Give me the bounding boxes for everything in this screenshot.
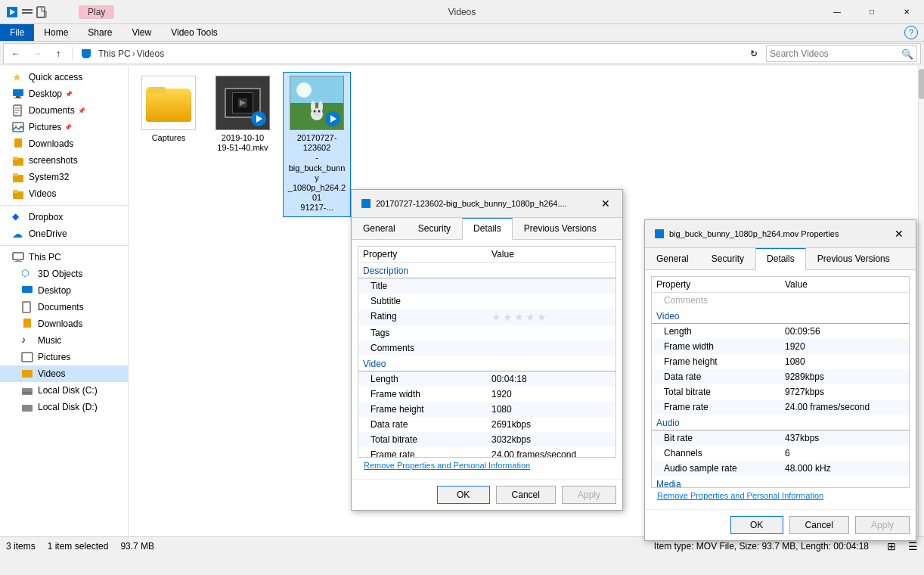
sidebar-item-documents-quick[interactable]: Documents 📌: [0, 102, 128, 119]
dialog1-tab-previous-versions[interactable]: Previous Versions: [513, 218, 608, 239]
sidebar-item-onedrive[interactable]: ☁ OneDrive: [0, 225, 128, 242]
svg-point-39: [313, 109, 321, 117]
dialog2-tab-security[interactable]: Security: [700, 248, 755, 269]
svg-point-41: [318, 110, 321, 113]
play-icon-mov: [325, 111, 340, 126]
svg-rect-18: [13, 157, 18, 160]
svg-rect-9: [14, 98, 22, 98]
dialog2-cancel-button[interactable]: Cancel: [789, 516, 849, 534]
app-icon: [6, 6, 18, 18]
dialog1-tab-general[interactable]: General: [352, 218, 407, 239]
sidebar-item-label: Quick access: [29, 72, 82, 82]
sidebar-item-music[interactable]: ♪ Music: [0, 332, 128, 349]
minimize-button[interactable]: —: [820, 0, 854, 24]
svg-rect-4: [37, 7, 45, 17]
sidebar-item-3dobjects[interactable]: ⬡ 3D Objects: [0, 266, 128, 282]
dialog1-tab-security[interactable]: Security: [407, 218, 462, 239]
sidebar-item-this-pc[interactable]: This PC: [0, 249, 128, 266]
dialog2-tab-details[interactable]: Details: [755, 248, 806, 270]
svg-rect-42: [361, 199, 371, 208]
file-name-mkv: 2019-10-1019-51-40.mkv: [217, 133, 268, 153]
svg-rect-29: [22, 353, 33, 362]
dialog2-scroll[interactable]: Property Value Comments Video Length00:0…: [651, 276, 910, 488]
search-input[interactable]: [770, 48, 898, 59]
back-button[interactable]: ←: [7, 45, 25, 63]
dialog2-tab-general[interactable]: General: [645, 248, 700, 269]
tab-home[interactable]: Home: [34, 24, 78, 41]
sidebar-divider-2: [0, 245, 128, 246]
tab-share[interactable]: Share: [78, 24, 122, 41]
status-selected: 1 item selected: [48, 541, 109, 552]
sidebar-item-pictures-quick[interactable]: Pictures 📌: [0, 119, 128, 135]
dialog1-close-button[interactable]: ✕: [598, 196, 613, 211]
sidebar-item-dropbox[interactable]: ◆ Dropbox: [0, 209, 128, 225]
sidebar-item-pictures-pc[interactable]: Pictures: [0, 349, 128, 365]
sidebar-item-desktop-pc[interactable]: Desktop: [0, 282, 128, 299]
file-item-mov[interactable]: 20170727-123602-big_buck_bunny_1080p_h26…: [283, 72, 351, 217]
breadcrumb-this-pc[interactable]: This PC: [98, 48, 131, 59]
sidebar-label: Dropbox: [29, 212, 63, 222]
sidebar-item-desktop-quick[interactable]: Desktop 📌: [0, 85, 128, 102]
sidebar-item-localdisk-c[interactable]: Local Disk (C:): [0, 382, 128, 399]
dialog2-close-button[interactable]: ✕: [891, 226, 907, 241]
prop-label: Comments: [652, 293, 780, 309]
3dobjects-icon: ⬡: [21, 268, 33, 280]
ribbon-help-icon[interactable]: ?: [904, 26, 918, 39]
documents-pc-icon: [21, 301, 33, 313]
sidebar-item-system32[interactable]: System32: [0, 169, 128, 185]
dialog2-tab-previous-versions[interactable]: Previous Versions: [806, 248, 901, 269]
forward-button[interactable]: →: [28, 45, 46, 63]
dialog2-remove-properties-link[interactable]: Remove Properties and Personal Informati…: [651, 488, 910, 503]
dialog1-titlebar: 20170727-123602-big_buck_bunny_1080p_h26…: [352, 190, 622, 218]
quick-access-icon: [21, 6, 33, 18]
search-box[interactable]: 🔍: [766, 45, 917, 62]
section-description: Description: [358, 263, 615, 278]
svg-rect-27: [23, 302, 30, 312]
sidebar-label: screenshots: [29, 155, 78, 166]
dialog1-scroll[interactable]: Property Value Description Title Subtitl…: [358, 246, 616, 458]
up-button[interactable]: ↑: [49, 45, 67, 63]
folder-icon-screenshots: [12, 154, 24, 166]
videos-pc-icon: [21, 368, 33, 380]
sidebar-item-videos-pc[interactable]: Videos: [0, 365, 128, 382]
file-item-captures[interactable]: Captures: [135, 72, 203, 147]
dialog1-apply-button[interactable]: Apply: [562, 486, 616, 504]
sidebar-item-downloads-pc[interactable]: Downloads: [0, 315, 128, 332]
pictures-pc-icon: [21, 351, 33, 363]
tab-video-tools[interactable]: Video Tools: [161, 24, 228, 41]
dialog2-apply-button[interactable]: Apply: [855, 516, 910, 534]
dialog2-ok-button[interactable]: OK: [730, 516, 783, 534]
svg-rect-22: [13, 190, 18, 193]
prop-value: 6: [780, 446, 909, 461]
window-controls[interactable]: — □ ✕: [820, 0, 924, 24]
prop-label: Frame width: [652, 339, 780, 354]
tab-view[interactable]: View: [122, 24, 161, 41]
view-toggle-icons[interactable]: ⊞: [887, 540, 896, 552]
tab-file[interactable]: File: [0, 24, 34, 41]
dialog1-ok-button[interactable]: OK: [437, 486, 490, 504]
pin-icon: 📌: [78, 107, 85, 114]
prop-label: Comments: [358, 340, 487, 356]
dialog1-remove-properties-link[interactable]: Remove Properties and Personal Informati…: [358, 458, 616, 473]
view-toggle-list[interactable]: ☰: [908, 540, 918, 552]
prop-value: [487, 340, 615, 356]
breadcrumb-videos[interactable]: Videos: [137, 48, 164, 59]
dialog1-tab-details[interactable]: Details: [462, 218, 513, 240]
sidebar-item-documents-pc[interactable]: Documents: [0, 299, 128, 315]
maximize-button[interactable]: □: [854, 0, 889, 24]
dialog1-cancel-button[interactable]: Cancel: [496, 486, 556, 504]
prop-label: Rating: [358, 309, 487, 325]
file-item-mkv[interactable]: 2019-10-1019-51-40.mkv: [209, 72, 277, 157]
prop-label: Frame height: [358, 402, 487, 417]
refresh-button[interactable]: ↻: [745, 45, 763, 63]
sidebar-item-downloads-quick[interactable]: Downloads: [0, 135, 128, 152]
sidebar-item-videos-quick[interactable]: Videos: [0, 185, 128, 202]
sidebar-item-localdisk-d[interactable]: Local Disk (D:): [0, 399, 128, 415]
sidebar-quick-access[interactable]: ★ Quick access: [0, 69, 128, 85]
close-window-button[interactable]: ✕: [889, 0, 924, 24]
dialog2-prop-table: Property Value Comments Video Length00:0…: [652, 277, 909, 488]
dialog1-footer: OK Cancel Apply: [352, 479, 622, 510]
sidebar-item-screenshots[interactable]: screenshots: [0, 152, 128, 169]
play-icon-mkv: [251, 111, 266, 126]
prop-value: [780, 293, 909, 309]
